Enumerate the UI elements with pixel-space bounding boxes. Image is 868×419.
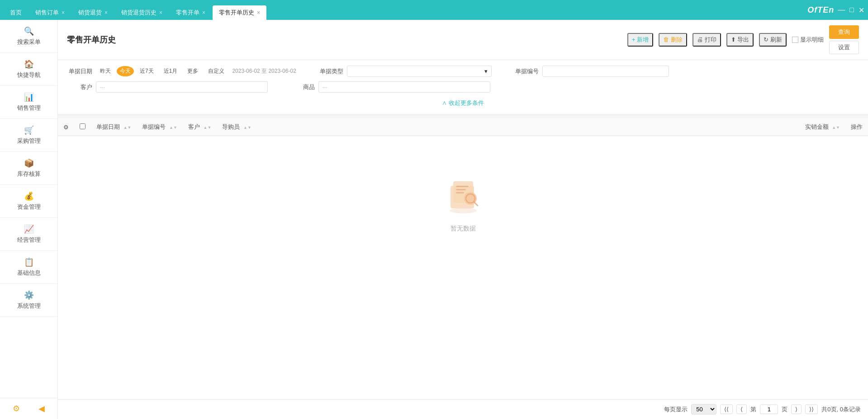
tabs-container: 首页销售订单×销货退货×销货退货历史×零售开单×零售开单历史× [4,0,266,20]
sidebar: 🔍 搜索采单 🏠 快捷导航 📊 销售管理 🛒 采购管理 📦 库存核算 💰 资金管… [0,20,58,419]
svg-rect-5 [456,192,464,193]
sidebar-item-finance[interactable]: 💰 资金管理 [0,185,57,218]
sidebar-item-sales[interactable]: 📊 销售管理 [0,86,57,119]
sidebar-item-quick-nav[interactable]: 🏠 快捷导航 [0,53,57,86]
order-no-input[interactable] [542,66,669,77]
next-page-btn[interactable]: ⟩ [791,405,802,414]
sort-amount-icon[interactable]: ▲▼ [832,125,840,130]
sidebar-item-basic-info[interactable]: 📋 基础信息 [0,251,57,284]
set-button[interactable]: 设置 [829,41,859,54]
sidebar-label-search: 搜索采单 [17,38,41,46]
date-btn-1[interactable]: 今天 [117,66,134,76]
close-icon[interactable]: ✕ [859,6,864,14]
customer-placeholder: ··· [100,84,105,90]
date-btn-4[interactable]: 更多 [183,66,202,76]
sidebar-item-system[interactable]: ⚙️ 系统管理 [0,284,57,317]
per-page-label: 每页显示 [664,405,688,414]
th-guide: 导购员 ▲▼ [217,118,256,136]
tab-retail-open-history[interactable]: 零售开单历史× [213,5,266,20]
svg-rect-4 [456,189,466,190]
product-input[interactable]: ··· [318,81,490,93]
empty-state: 暂无数据 [58,136,868,269]
tab-close-sales-return[interactable]: × [104,9,108,16]
tab-home[interactable]: 首页 [4,5,28,20]
tab-sales-return-history[interactable]: 销货退货历史× [115,5,169,20]
top-bar: 首页销售订单×销货退货×销货退货历史×零售开单×零售开单历史× OfTEn — … [0,0,868,20]
table-settings-icon[interactable]: ⚙ [63,124,69,131]
order-type-label: 单据类型 [318,67,343,75]
sidebar-icon-purchase: 🛒 [24,125,34,135]
date-filter: 单据日期 昨天今天近7天近1月更多自定义 2023-06-02 至 2023-0… [67,66,296,76]
top-bar-right: OfTEn — □ ✕ [807,5,864,15]
refresh-button[interactable]: ↻ 刷新 [759,33,787,47]
sort-no-icon[interactable]: ▲▼ [169,125,177,130]
sort-guide-icon[interactable]: ▲▼ [243,125,251,130]
sidebar-item-search[interactable]: 🔍 搜索采单 [0,20,57,53]
tab-close-sales-order[interactable]: × [62,9,65,16]
date-btn-2[interactable]: 近7天 [136,66,158,76]
sidebar-icon-inventory: 📦 [24,158,34,168]
sidebar-label-basic-info: 基础信息 [17,269,41,277]
minimize-icon[interactable]: — [838,6,845,14]
display-checkbox[interactable] [792,37,798,43]
order-type-select[interactable]: ▾ [347,66,492,77]
per-page-select[interactable]: 50 20 100 [691,404,716,414]
filter-area: 单据日期 昨天今天近7天近1月更多自定义 2023-06-02 至 2023-0… [58,60,868,115]
tab-close-retail-open[interactable]: × [202,9,205,16]
print-button[interactable]: 🖨 打印 [693,33,721,47]
add-button[interactable]: + 新增 [627,33,654,47]
tab-sales-order[interactable]: 销售订单× [29,5,71,20]
customer-label: 客户 [67,83,92,91]
tab-retail-open[interactable]: 零售开单× [170,5,212,20]
date-btn-3[interactable]: 近1月 [160,66,182,76]
sidebar-settings-icon[interactable]: ⚙ [13,404,20,414]
tab-close-sales-return-history[interactable]: × [159,9,162,16]
first-page-btn[interactable]: ⟨⟨ [720,405,733,414]
sidebar-label-quick-nav: 快捷导航 [17,71,41,79]
display-toggle[interactable]: 显示明细 [792,36,824,44]
window-controls: — □ ✕ [838,6,864,14]
empty-text: 暂无数据 [451,225,476,233]
export-button[interactable]: ⬆ 导出 [726,33,754,47]
page-header: 零售开单历史 + 新增 🗑 删除 🖨 打印 ⬆ 导出 ↻ 刷新 显示明细 查询 … [58,20,868,60]
data-table: ⚙ 单据日期 ▲▼ 单据编号 ▲▼ [58,118,868,269]
th-checkbox [74,118,91,136]
main-layout: 🔍 搜索采单 🏠 快捷导航 📊 销售管理 🛒 采购管理 📦 库存核算 💰 资金管… [0,20,868,419]
sort-customer-icon[interactable]: ▲▼ [204,125,212,130]
order-type-filter: 单据类型 ▾ [318,66,492,77]
sidebar-item-operations[interactable]: 📈 经营管理 [0,218,57,251]
page-number-input[interactable]: 1 [760,405,778,414]
sidebar-collapse-icon[interactable]: ◀ [38,404,45,414]
svg-line-8 [474,202,478,206]
sort-date-icon[interactable]: ▲▼ [123,125,132,130]
tab-sales-return[interactable]: 销货退货× [72,5,114,20]
select-all-checkbox[interactable] [80,123,85,129]
tab-close-retail-open-history[interactable]: × [257,9,260,16]
query-button[interactable]: 查询 [829,25,859,39]
date-buttons: 昨天今天近7天近1月更多自定义 [96,66,228,76]
tab-label: 销售订单 [35,9,59,17]
delete-button[interactable]: 🗑 删除 [659,33,687,47]
sidebar-item-purchase[interactable]: 🛒 采购管理 [0,119,57,152]
date-btn-0[interactable]: 昨天 [96,66,115,76]
tab-label: 零售开单 [176,9,199,17]
sidebar-item-inventory[interactable]: 📦 库存核算 [0,152,57,185]
toolbar: + 新增 🗑 删除 🖨 打印 ⬆ 导出 ↻ 刷新 显示明细 查询 设置 [627,25,859,54]
sidebar-label-sales: 销售管理 [17,104,41,112]
th-action: 操作 [845,118,868,136]
date-range: 2023-06-02 至 2023-06-02 [232,67,296,75]
last-page-btn[interactable]: ⟩⟩ [805,405,818,414]
prev-page-btn[interactable]: ⟨ [736,405,747,414]
sidebar-items: 🔍 搜索采单 🏠 快捷导航 📊 销售管理 🛒 采购管理 📦 库存核算 💰 资金管… [0,20,57,317]
tab-label: 销货退货历史 [121,9,157,17]
sidebar-icon-operations: 📈 [24,224,34,234]
collapse-label: ∧ 收起更多条件 [442,99,484,107]
sidebar-icon-quick-nav: 🏠 [24,59,34,69]
date-btn-5[interactable]: 自定义 [204,66,228,76]
sidebar-label-operations: 经营管理 [17,236,41,244]
customer-input[interactable]: ··· [96,81,268,93]
maximize-icon[interactable]: □ [849,6,854,14]
pagination: 每页显示 50 20 100 ⟨⟨ ⟨ 第 1 页 ⟩ ⟩⟩ 共0页, 0条记录 [58,399,868,419]
page-title: 零售开单历史 [67,34,116,45]
collapse-more[interactable]: ∧ 收起更多条件 [67,97,859,109]
